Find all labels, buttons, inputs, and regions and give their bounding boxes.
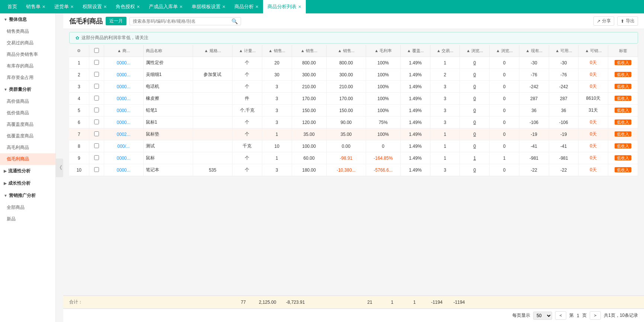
nav-product-analysis[interactable]: 商品分析 ✕ (230, 0, 263, 13)
cell-check[interactable] (89, 93, 104, 105)
nav-roles-close[interactable]: ✕ (137, 4, 140, 9)
per-page-select[interactable]: 50 20 100 (533, 312, 552, 320)
sidebar-item-stock-capital[interactable]: 库存资金占用 (0, 72, 55, 83)
table-row: 2 0000... 吴细细1 参加复试 个 30 300.00 300.00 1… (69, 69, 638, 81)
th-sales-profit[interactable]: ▲ 销售... (326, 45, 366, 57)
cell-check[interactable] (89, 105, 104, 117)
nav-analysis-list-close[interactable]: ✕ (298, 4, 301, 9)
cell-check[interactable] (89, 128, 104, 140)
nav-home[interactable]: 首页 (3, 0, 22, 13)
search-icon[interactable]: 🔍 (231, 18, 238, 24)
th-gross-rate[interactable]: ▲ 毛利率 (366, 45, 400, 57)
th-checkbox[interactable] (89, 45, 104, 57)
cell-view1[interactable]: 0 (460, 57, 490, 69)
cell-view1[interactable]: 1 (460, 152, 490, 164)
th-spec[interactable]: ▲ 规格... (193, 45, 232, 57)
cell-check[interactable] (89, 140, 104, 152)
cell-gross-rate: -164.85% (366, 152, 400, 164)
sidebar-item-low-coverage[interactable]: 低覆盖度商品 (0, 130, 55, 142)
sidebar-item-sales-goods[interactable]: 销售类商品 (0, 26, 55, 37)
sidebar-collapse-button[interactable]: 《 (56, 159, 63, 177)
th-cover-rate[interactable]: ▲ 覆盖... (400, 45, 430, 57)
cell-check[interactable] (89, 164, 104, 176)
th-tag[interactable]: 标签 (608, 45, 638, 57)
th-sales-amt[interactable]: ▲ 销售... (292, 45, 326, 57)
sidebar-item-low-margin[interactable]: 低毛利商品 (0, 153, 55, 165)
sidebar-section-flow[interactable]: ▶ 流通性分析 (0, 165, 55, 177)
nav-template[interactable]: 单据模板设置 ✕ (187, 0, 230, 13)
sidebar-item-all-goods[interactable]: 全部商品 (0, 202, 55, 213)
select-all-checkbox[interactable] (94, 48, 99, 53)
cell-cover-rate: 1.49% (400, 57, 430, 69)
cell-tag: 低收入 (608, 57, 638, 69)
th-name[interactable]: 商品名称 (143, 45, 193, 57)
cell-gross-rate: -5766.6... (366, 164, 400, 176)
sidebar-section-growth[interactable]: ▶ 成长性分析 (0, 177, 55, 189)
table-row: 3 0000... 电话机 个 3 210.00 210.00 100% 1.4… (69, 81, 638, 93)
settings-icon[interactable]: ⚙ (77, 48, 81, 53)
nav-purchase-close[interactable]: ✕ (70, 4, 74, 9)
th-sales-qty[interactable]: ▲ 销售... (262, 45, 292, 57)
cell-view1[interactable]: 0 (460, 93, 490, 105)
cell-view1[interactable]: 0 (460, 128, 490, 140)
table-row: 8 000/... 测试 千克 10 100.00 0.00 0 1.49% 1… (69, 140, 638, 152)
th-unit[interactable]: ▲ 计量... (233, 45, 262, 57)
prev-page-button[interactable]: ＜ (555, 311, 566, 320)
next-page-button[interactable]: ＞ (590, 311, 601, 320)
sidebar-item-high-value[interactable]: 高价值商品 (0, 96, 55, 107)
date-filter-button[interactable]: 近一月 (106, 17, 126, 25)
nav-analysis-list[interactable]: 商品分析列表 ✕ (263, 0, 306, 13)
sidebar-section-cluster[interactable]: ▼ 类群量分析 (0, 83, 55, 96)
th-view2[interactable]: ▲ 浏览... (490, 45, 519, 57)
cell-check[interactable] (89, 81, 104, 93)
th-code[interactable]: ▲ 商... (104, 45, 143, 57)
sidebar-item-high-coverage[interactable]: 高覆盖度商品 (0, 119, 55, 130)
cell-code: 0000... (104, 105, 143, 117)
search-input[interactable] (133, 19, 231, 24)
sidebar-section-marketing[interactable]: ▼ 营销推广分析 (0, 189, 55, 202)
th-stock[interactable]: ▲ 现有... (519, 45, 549, 57)
share-button[interactable]: ↗ 分享 (593, 16, 614, 26)
cell-check[interactable] (89, 57, 104, 69)
nav-purchase[interactable]: 进货单 ✕ (50, 0, 78, 13)
sidebar-section-overall[interactable]: ▼ 整体信息 (0, 13, 55, 26)
th-avail[interactable]: ▲ 可用... (549, 45, 579, 57)
sidebar-item-new-goods[interactable]: 新品 (0, 213, 55, 225)
cell-view1[interactable]: 0 (460, 117, 490, 128)
th-settings[interactable]: ⚙ (69, 45, 89, 57)
nav-product-analysis-close[interactable]: ✕ (255, 4, 259, 9)
cell-view1[interactable]: 0 (460, 105, 490, 117)
sidebar-item-high-margin[interactable]: 高毛利商品 (0, 142, 55, 153)
nav-product-in[interactable]: 产成品入库单 ✕ (144, 0, 187, 13)
cell-check[interactable] (89, 69, 104, 81)
cell-check[interactable] (89, 152, 104, 164)
cell-trans-count: 2 (430, 69, 460, 81)
cell-view1[interactable]: 0 (460, 164, 490, 176)
cell-sales-qty: 3 (262, 117, 292, 128)
export-button[interactable]: ⬆ 导出 (617, 16, 638, 26)
cell-num: 7 (69, 128, 89, 140)
nav-roles[interactable]: 角色授权 ✕ (111, 0, 144, 13)
th-trans-count[interactable]: ▲ 交易... (430, 45, 460, 57)
cell-check[interactable] (89, 117, 104, 128)
sidebar-item-stocked-goods[interactable]: 有库存的商品 (0, 60, 55, 72)
cell-code: 0000... (104, 93, 143, 105)
nav-sales-close[interactable]: ✕ (42, 4, 45, 9)
nav-template-close[interactable]: ✕ (222, 4, 225, 9)
cell-view2: 0 (490, 57, 519, 69)
nav-permissions-close[interactable]: ✕ (103, 4, 107, 9)
sidebar-item-category-rate[interactable]: 商品分类销售率 (0, 49, 55, 60)
cell-view1[interactable]: 0 (460, 81, 490, 93)
cell-sales-profit: 35.00 (326, 128, 366, 140)
th-view1[interactable]: ▲ 浏览... (460, 45, 490, 57)
th-saleable-days[interactable]: ▲ 可销... (579, 45, 608, 57)
nav-permissions[interactable]: 权限设置 ✕ (78, 0, 111, 13)
cell-view1[interactable]: 0 (460, 69, 490, 81)
sidebar-item-low-value[interactable]: 低价值商品 (0, 107, 55, 119)
nav-product-in-close[interactable]: ✕ (179, 4, 183, 9)
cell-stock: -19 (519, 128, 549, 140)
nav-sales[interactable]: 销售单 ✕ (22, 0, 50, 13)
sidebar-item-traded-goods[interactable]: 交易过的商品 (0, 37, 55, 49)
cell-view1[interactable]: 0 (460, 140, 490, 152)
cell-sales-qty: 20 (262, 57, 292, 69)
